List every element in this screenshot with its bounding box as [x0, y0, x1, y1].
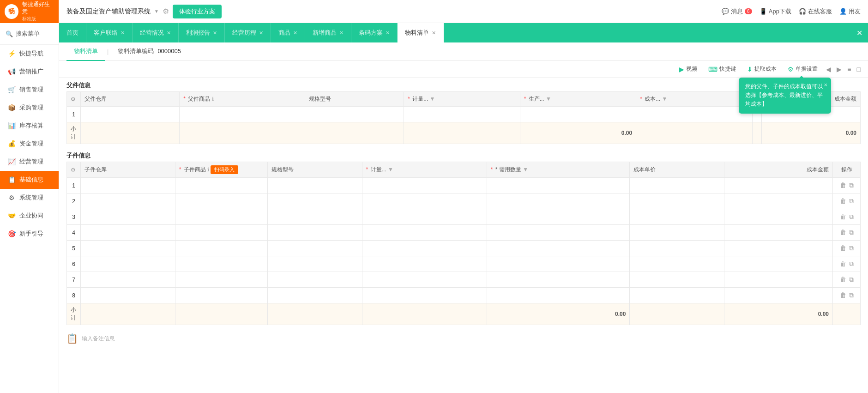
child-row-goods[interactable]: [175, 272, 267, 288]
child-row-goods[interactable]: [175, 193, 267, 209]
tab-home[interactable]: 首页: [59, 23, 86, 42]
copy-icon[interactable]: ⧉: [849, 291, 854, 299]
child-row-goods[interactable]: [175, 288, 267, 303]
system-title-arrow[interactable]: ▼: [154, 9, 159, 14]
parent-row-warehouse[interactable]: [81, 107, 180, 122]
sidebar-item-inventory[interactable]: 📊 库存核算: [0, 117, 59, 135]
sidebar-item-guide[interactable]: 🎯 新手引导: [0, 225, 59, 243]
child-row-unit-cost[interactable]: [630, 288, 724, 303]
child-row-spec[interactable]: [267, 225, 362, 241]
child-row-unit-cost[interactable]: [630, 241, 724, 256]
delete-icon[interactable]: 🗑: [840, 291, 846, 299]
nav-next[interactable]: ▶: [837, 66, 842, 73]
tab-operations-status[interactable]: 经营情况 ✕: [133, 23, 179, 42]
delete-icon[interactable]: 🗑: [840, 229, 846, 236]
tab-customer-close[interactable]: ✕: [121, 30, 125, 36]
copy-icon[interactable]: ⧉: [849, 181, 854, 189]
single-settings-button[interactable]: ⚙ 单据设置: [785, 64, 820, 74]
parent-settings-gear-icon[interactable]: ⚙: [71, 96, 76, 103]
sub-tab-material-list[interactable]: 物料清单: [66, 42, 105, 61]
tab-profit-report-close[interactable]: ✕: [213, 30, 217, 36]
child-row-unit-cost[interactable]: [630, 225, 724, 241]
child-row-spec[interactable]: [267, 288, 362, 303]
parent-row-spec[interactable]: [305, 107, 404, 122]
delete-icon[interactable]: 🗑: [840, 197, 846, 205]
sub-tab-code[interactable]: 物料清单编码 0000005: [110, 42, 192, 61]
tab-goods[interactable]: 商品 ✕: [271, 23, 305, 42]
scan-input-button[interactable]: 扫码录入: [211, 165, 238, 174]
child-row-goods[interactable]: [175, 241, 267, 256]
child-row-cost-amount[interactable]: [738, 256, 833, 272]
child-row-warehouse[interactable]: [81, 193, 175, 209]
shortcut-button[interactable]: ⌨ 快捷键: [705, 64, 739, 74]
video-button[interactable]: ▶ 视频: [676, 64, 700, 74]
tab-add-goods-close[interactable]: ✕: [339, 30, 344, 36]
child-row-spec[interactable]: [267, 241, 362, 256]
child-row-cost-amount[interactable]: [738, 209, 833, 225]
sidebar-item-collab[interactable]: 🤝 企业协同: [0, 207, 59, 225]
child-row-qty[interactable]: [487, 288, 630, 303]
child-row-warehouse[interactable]: [81, 209, 175, 225]
sidebar-item-purchase[interactable]: 📦 采购管理: [0, 99, 59, 117]
tab-barcode[interactable]: 条码方案 ✕: [351, 23, 398, 42]
tab-customer[interactable]: 客户联络 ✕: [86, 23, 133, 42]
copy-icon[interactable]: ⧉: [849, 197, 854, 205]
child-row-goods[interactable]: [175, 209, 267, 225]
nav-prev[interactable]: ◀: [826, 66, 831, 73]
grid-view-icon[interactable]: □: [857, 66, 861, 73]
tab-goods-close[interactable]: ✕: [293, 30, 297, 36]
child-row-unit[interactable]: [362, 256, 473, 272]
tab-material-list[interactable]: 物料清单 ✕: [398, 23, 444, 42]
child-row-cost-amount[interactable]: [738, 272, 833, 288]
sidebar-item-marketing[interactable]: 📢 营销推广: [0, 63, 59, 81]
online-service-button[interactable]: 🎧 在线客服: [799, 7, 832, 16]
tab-operations-history[interactable]: 经营历程 ✕: [225, 23, 271, 42]
child-row-warehouse[interactable]: [81, 178, 175, 193]
child-row-spec[interactable]: [267, 209, 362, 225]
sidebar-item-system[interactable]: ⚙ 系统管理: [0, 189, 59, 207]
delete-icon[interactable]: 🗑: [840, 244, 846, 252]
child-row-unit[interactable]: [362, 288, 473, 303]
child-row-goods[interactable]: [175, 178, 267, 193]
child-col-settings[interactable]: ⚙: [67, 162, 81, 178]
child-row-qty[interactable]: [487, 225, 630, 241]
tab-operations-history-close[interactable]: ✕: [259, 30, 263, 36]
messages-button[interactable]: 💬 消息 6: [722, 7, 752, 16]
child-row-cost-amount[interactable]: [738, 178, 833, 193]
child-row-unit-cost[interactable]: [630, 272, 724, 288]
child-row-unit[interactable]: [362, 272, 473, 288]
delete-icon[interactable]: 🗑: [840, 213, 846, 221]
delete-icon[interactable]: 🗑: [840, 181, 846, 189]
list-view-icon[interactable]: ≡: [847, 66, 851, 73]
child-row-cost-amount[interactable]: [738, 241, 833, 256]
child-row-goods[interactable]: [175, 225, 267, 241]
child-row-unit-cost[interactable]: [630, 256, 724, 272]
child-row-unit[interactable]: [362, 178, 473, 193]
child-row-unit-cost[interactable]: [630, 178, 724, 193]
child-row-warehouse[interactable]: [81, 272, 175, 288]
parent-col-settings[interactable]: ⚙: [67, 92, 81, 107]
sidebar-item-operations[interactable]: 📈 经营管理: [0, 153, 59, 171]
copy-icon[interactable]: ⧉: [849, 260, 854, 268]
child-row-spec[interactable]: [267, 178, 362, 193]
child-row-cost-amount[interactable]: [738, 288, 833, 303]
child-row-goods[interactable]: [175, 256, 267, 272]
child-row-qty[interactable]: [487, 209, 630, 225]
child-row-warehouse[interactable]: [81, 225, 175, 241]
user-button[interactable]: 👤 用友: [839, 7, 861, 16]
child-row-unit-cost[interactable]: [630, 193, 724, 209]
child-row-unit[interactable]: [362, 225, 473, 241]
child-settings-gear-icon[interactable]: ⚙: [71, 167, 76, 173]
child-row-qty[interactable]: [487, 193, 630, 209]
child-goods-info-icon[interactable]: ℹ: [207, 167, 209, 172]
child-row-spec[interactable]: [267, 272, 362, 288]
extract-cost-button[interactable]: ⬇ 提取成本: [744, 64, 779, 74]
child-row-warehouse[interactable]: [81, 241, 175, 256]
copy-icon[interactable]: ⧉: [849, 229, 854, 236]
app-download-button[interactable]: 📱 App下载: [760, 7, 791, 16]
child-row-unit-cost[interactable]: [630, 209, 724, 225]
settings-icon[interactable]: ⚙: [163, 7, 169, 16]
parent-row-prod-date[interactable]: [520, 107, 636, 122]
sidebar-search[interactable]: 🔍 搜索菜单: [0, 23, 59, 45]
copy-icon[interactable]: ⧉: [849, 213, 854, 221]
